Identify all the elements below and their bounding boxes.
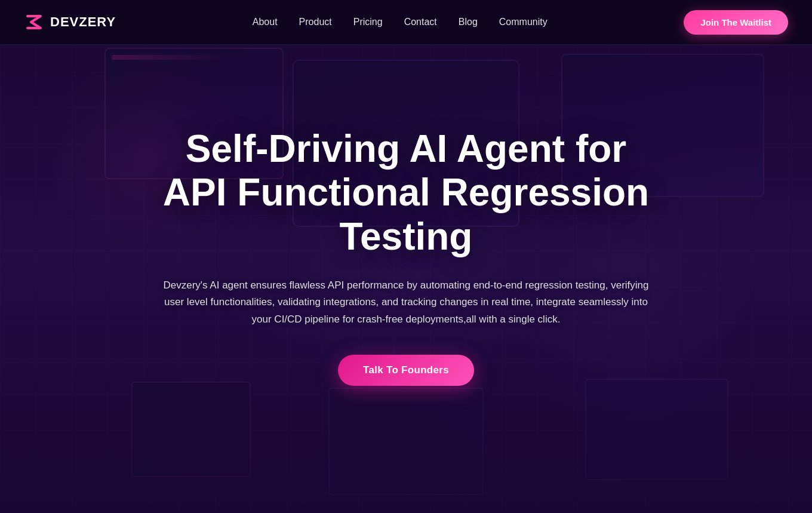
join-waitlist-button[interactable]: Join The Waitlist <box>684 10 788 35</box>
nav-item-product[interactable]: Product <box>299 17 332 27</box>
nav-item-blog[interactable]: Blog <box>459 17 478 27</box>
nav-link-community[interactable]: Community <box>499 17 548 27</box>
nav-link-blog[interactable]: Blog <box>459 17 478 27</box>
logo-text: DEVZERY <box>50 14 116 30</box>
hero-content: Self-Driving AI Agent for API Functional… <box>137 127 675 386</box>
nav-item-pricing[interactable]: Pricing <box>353 17 383 27</box>
logo[interactable]: DEVZERY <box>24 11 116 33</box>
nav-item-contact[interactable]: Contact <box>404 17 437 27</box>
nav-item-about[interactable]: About <box>253 17 278 27</box>
svg-rect-0 <box>24 11 45 33</box>
devzery-logo-icon <box>24 11 45 33</box>
nav-item-community[interactable]: Community <box>499 17 548 27</box>
hero-title: Self-Driving AI Agent for API Functional… <box>161 127 651 259</box>
nav-links: About Product Pricing Contact Blog Commu… <box>253 17 548 27</box>
hero-section: Self-Driving AI Agent for API Functional… <box>0 0 812 513</box>
hero-description: Devzery's AI agent ensures flawless API … <box>161 277 651 329</box>
navbar: DEVZERY About Product Pricing Contact Bl… <box>0 0 812 45</box>
nav-link-about[interactable]: About <box>253 17 278 27</box>
nav-link-product[interactable]: Product <box>299 17 332 27</box>
talk-to-founders-button[interactable]: Talk To Founders <box>338 355 474 386</box>
nav-link-contact[interactable]: Contact <box>404 17 437 27</box>
nav-link-pricing[interactable]: Pricing <box>353 17 383 27</box>
